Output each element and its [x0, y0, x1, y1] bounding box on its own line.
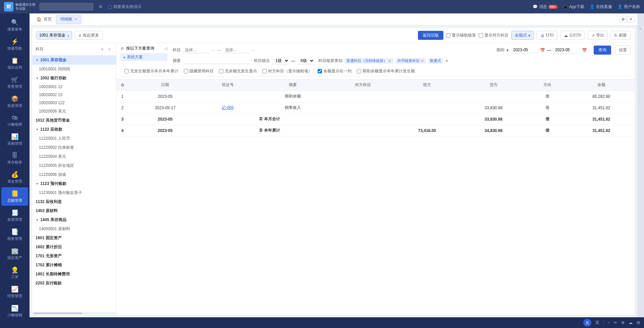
sidebar-item-ledger[interactable]: 📒 总账管理 [1, 187, 28, 206]
horizontal-scrollbar[interactable] [32, 312, 116, 315]
subject-input[interactable] [183, 47, 210, 53]
refresh-btn[interactable]: ↻ 刷新 [610, 31, 631, 40]
show-opposite-checkbox[interactable]: 显示对方科目 [479, 32, 508, 38]
summary-input[interactable] [183, 58, 250, 64]
window-close-btn[interactable]: ✕ [627, 16, 635, 22]
subject-item-1123[interactable]: ▼ 1123 预付账款 [32, 179, 116, 188]
subject-item-14050001[interactable]: 14050001 原材料 [32, 224, 116, 234]
feedback-btn[interactable]: 反 [583, 319, 591, 327]
sidebar-item-purchase[interactable]: 📊 采购管理 [1, 130, 28, 149]
subject-item-1403[interactable]: 1403 原材料 [32, 206, 116, 215]
add-subject-btn[interactable]: ＋ [106, 46, 113, 53]
tab-close-btn[interactable]: ✕ [74, 17, 77, 21]
subject-item-1601[interactable]: 1601 固定资产 [32, 234, 116, 243]
row-voucher[interactable]: 记-006 [202, 102, 254, 114]
period-calendar-end-icon[interactable]: 📅 [582, 48, 587, 53]
sidebar-item-finance[interactable]: 💰 资金管理 [1, 168, 28, 187]
sidebar-item-salary[interactable]: 👷 工资 [1, 264, 28, 282]
nav-right-icon[interactable]: › [67, 33, 69, 38]
subject-item-1132[interactable]: 1132 应收利息 [32, 197, 116, 206]
subject-level-from-select[interactable]: 1级2级3级 [272, 57, 289, 64]
subject-to-input[interactable] [223, 47, 250, 53]
subject-item-10010001[interactable]: 10010001 同同同 [32, 65, 116, 74]
grid-btn[interactable]: ⊞ [637, 320, 640, 325]
message-btn[interactable]: 💬 消息 99+ [533, 4, 557, 10]
sidebar-item-tax[interactable]: 📑 税务管理 [1, 225, 28, 244]
collapse-more-btn[interactable]: ∧ 收起更多 [75, 31, 103, 40]
subject-item-1801[interactable]: 1801 长期待摊费用 [32, 270, 116, 279]
lang-btn[interactable]: 英 [595, 320, 599, 326]
show-opposite-aux-checkbox[interactable]: 对方科目（显示辅助项） [262, 68, 312, 74]
cloud-btn[interactable]: ☁ [629, 320, 633, 325]
window-expand-btn[interactable]: ⊞ [619, 16, 627, 22]
subject-to-more-btn[interactable]: ··· [252, 48, 255, 53]
collapse-left-icon[interactable]: ◁ [164, 46, 167, 51]
subject-item-11220005[interactable]: 11220005 所在地区 [32, 161, 116, 170]
list-view-btn[interactable]: ≡ [100, 46, 105, 53]
subject-item-11220006[interactable]: 11220006 游戏 [32, 170, 116, 179]
scheme-item[interactable]: ● 系统方案 [120, 53, 167, 61]
col-settings-icon[interactable]: ⚙ [121, 83, 124, 87]
sidebar-item-wholesale[interactable]: 📦 批发管理 [1, 92, 28, 111]
sidebar-item-expense[interactable]: 📉 小畅报销 [1, 302, 28, 317]
subject-item-11220002[interactable]: 11220002 往来标签 [32, 143, 116, 152]
query-btn[interactable]: 查询 [594, 46, 611, 55]
period-dropdown-icon[interactable]: ▾ [506, 48, 508, 53]
subject-item-11220004[interactable]: 11220004 美元 [32, 152, 116, 161]
amount-format-btn[interactable]: 金额式 ▾ [511, 31, 534, 40]
add-btn[interactable]: ⊕ [621, 320, 625, 325]
user-avatar[interactable]: 👤 用户名称 [618, 4, 640, 10]
no-balance-checkbox[interactable]: 无余额无发生显示 [219, 68, 257, 74]
subject-item-11220001[interactable]: 11220001 人民币 [32, 134, 116, 143]
voucher-link[interactable]: 记-006 [222, 105, 234, 110]
settings-btn[interactable]: 设置 [615, 46, 631, 55]
sidebar-item-retail[interactable]: 🛒 零售管理 [1, 73, 28, 92]
quick-access-btn[interactable]: › [638, 27, 643, 31]
subject-item-1701[interactable]: 1701 无形资产 [32, 252, 116, 261]
settings-icon[interactable]: ⚙ [99, 4, 102, 9]
tab-ledger[interactable]: 明细账 ✕ [56, 15, 82, 24]
sidebar-item-quicknav[interactable]: ⚡ 快捷导航 [1, 35, 28, 54]
no-occurrence-checkbox[interactable]: 无发生额显示本月本年累计 [124, 68, 178, 74]
period-start-input[interactable] [511, 47, 538, 53]
subject-level-to-select[interactable]: 6级5级4级 [297, 57, 314, 64]
balance-in-one-col-checkbox[interactable]: 余额显示在一列 [318, 68, 352, 74]
subject-item-1002[interactable]: ▼ 1002 银行存款 [32, 74, 116, 83]
online-service-btn[interactable]: 👤 在线客服 [590, 4, 612, 10]
sidebar-item-project[interactable]: 📋 项目合同 [1, 54, 28, 73]
app-download-btn[interactable]: 📱 App下载 [563, 4, 584, 10]
cloud-print-btn[interactable]: ☁ 云打印 [560, 31, 585, 40]
period-end-input[interactable] [553, 47, 580, 53]
hide-disabled-checkbox[interactable]: 隐藏禁用科目 [184, 68, 214, 74]
subject-item-10020006[interactable]: 10020006 美元 [32, 107, 116, 116]
edit-btn[interactable]: ✏ [614, 320, 617, 325]
period-init-checkbox[interactable]: 期初余额显示本年累计发生额 [357, 68, 415, 74]
subject-item-2202[interactable]: 2202 应付账款 [32, 279, 116, 288]
print-btn[interactable]: 🖨 打印 [537, 31, 557, 40]
settings-circle-icon[interactable]: ⚙ [120, 46, 124, 51]
subject-item-10020003[interactable]: 10020003 122 [32, 99, 116, 107]
sidebar-item-invoice[interactable]: 🧾 发票管理 [1, 206, 28, 225]
tab-home[interactable]: 🏠 首页 [32, 15, 56, 24]
period-calendar-start-icon[interactable]: 📅 [540, 48, 545, 53]
back-to-top-btn[interactable]: ↑ [608, 320, 610, 325]
sidebar-item-inventory[interactable]: 🗄 库存核算 [1, 149, 28, 168]
sidebar-item-search[interactable]: 🔍 搜索菜单 [1, 16, 28, 35]
export-btn[interactable]: ↗ 导出 [588, 31, 608, 40]
subject-item-11230001[interactable]: 11230001 预付账款美子 [32, 188, 116, 197]
subject-selector-top[interactable]: 1001 库存现金 › [36, 31, 72, 40]
sidebar-item-ecommerce[interactable]: 🛍 小畅电商 [1, 112, 28, 130]
return-old-btn[interactable]: 返回旧版 [418, 31, 443, 40]
subject-item-10020002[interactable]: 10020002 23 [32, 91, 116, 99]
show-aux-calc-checkbox[interactable]: 显示辅助核算 [446, 32, 476, 38]
subject-more-btn[interactable]: ··· [212, 48, 215, 53]
subject-item-1602[interactable]: 1602 累计折旧 [32, 243, 116, 252]
subject-item-1405[interactable]: ▼ 1405 库存商品 [32, 215, 116, 224]
subject-item-1001[interactable]: ▼ 1001 库存现金 [32, 56, 116, 65]
subject-item-1702[interactable]: 1702 累计摊销 [32, 261, 116, 270]
subject-item-1122[interactable]: ▼ 1122 应收款 [32, 125, 116, 134]
demo-link[interactable]: ◯ 我要看实例演示 [108, 4, 142, 10]
sidebar-item-operations[interactable]: 📈 经营管理 [1, 283, 28, 301]
sidebar-item-assets[interactable]: 🏢 固定资产 [1, 245, 28, 263]
top-search-input[interactable] [40, 3, 93, 10]
